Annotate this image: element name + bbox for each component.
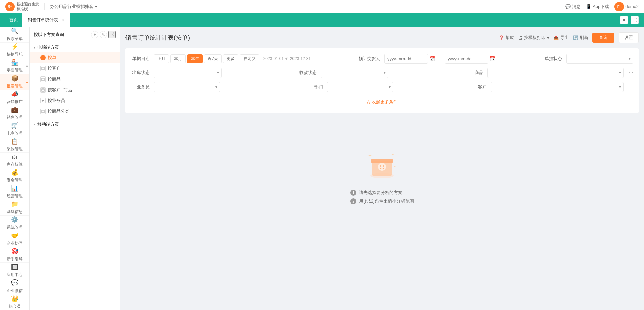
sidebar-item-apps[interactable]: 🔲 应用中心 <box>0 263 29 278</box>
tab-home[interactable]: 首页 <box>5 13 22 27</box>
tab-close-icon[interactable]: × <box>62 17 65 23</box>
left-panel: 按以下方案查询 + ✎ 《 ▾ 电脑端方案 按单 按客户 <box>30 27 120 310</box>
expected-date-from[interactable] <box>384 54 428 64</box>
svg-rect-6 <box>42 100 44 101</box>
sidebar-item-member[interactable]: 👑 畅会员 <box>0 294 29 310</box>
pc-scheme-parent[interactable]: ▾ 电脑端方案 <box>30 42 120 52</box>
scheme-customer-icon <box>40 66 46 71</box>
message-icon: 💬 <box>565 4 571 9</box>
payment-label: 收款状态 <box>298 70 317 76</box>
dept-select[interactable] <box>327 82 393 92</box>
tab-active[interactable]: 销售订单统计表 × <box>22 13 70 27</box>
sidebar-item-quick-nav[interactable]: ⚡ 快捷导航 <box>0 43 29 58</box>
empty-steps: 1 请先选择要分析的方案 2 用[过滤]条件来缩小分析范围 <box>350 190 414 204</box>
svg-rect-8 <box>42 101 43 102</box>
help-btn[interactable]: ❓ 帮助 <box>499 35 514 41</box>
print-btn[interactable]: 🖨 按模板打印 ▾ <box>518 35 549 41</box>
refresh-btn[interactable]: 🔄 刷新 <box>573 35 588 41</box>
collapse-panel-btn[interactable]: 《 <box>108 31 116 38</box>
collapse-filter-btn[interactable]: ⋀ 收起更多条件 <box>131 96 633 108</box>
query-btn[interactable]: 查询 <box>592 33 614 43</box>
doc-status-select[interactable] <box>566 54 633 64</box>
tree-expand-icon: ▾ <box>34 46 35 49</box>
workspace-selector[interactable]: 办公用品行业模拟账套 ▾ <box>50 4 97 10</box>
date-btn-custom[interactable]: 自定义 <box>240 54 259 63</box>
svg-point-17 <box>383 165 384 167</box>
empty-state: ✦ ✦ ✦ 1 请先选择要分析的方案 2 用[过滤]条件来缩小分析范围 <box>125 117 639 231</box>
logo-icon: 好 <box>5 2 15 11</box>
sidebar-item-basic[interactable]: 📁 基础信息 <box>0 200 29 216</box>
customer-more-icon[interactable]: ··· <box>629 84 633 90</box>
step-num-2: 2 <box>350 198 356 204</box>
divider <box>44 3 45 10</box>
dept-label: 部门 <box>304 84 323 90</box>
sidebar-item-sales[interactable]: 💼 销售管理 <box>0 105 29 121</box>
calendar-icon-to[interactable]: 📅 <box>490 56 495 61</box>
message-btn[interactable]: 💬 消息 <box>565 4 581 10</box>
filter-card: 单据日期 上月 本月 本年 近7天 更多 自定义 2023-01-01 至 20… <box>125 48 639 113</box>
sidebar-item-finance[interactable]: 💰 资金管理 <box>0 168 29 184</box>
edit-scheme-btn[interactable]: ✎ <box>100 31 107 38</box>
svg-text:✦: ✦ <box>368 153 372 158</box>
product-more-icon[interactable]: ··· <box>629 70 633 76</box>
sidebar-item-search-menu[interactable]: 🔍 搜索菜单 <box>0 27 29 43</box>
apps-icon: 🔲 <box>11 263 18 271</box>
sidebar-item-system[interactable]: ⚙️ 系统管理 <box>0 216 29 231</box>
app-download-btn[interactable]: 📱 App下载 <box>586 4 609 10</box>
product-input[interactable] <box>487 68 624 78</box>
user-area[interactable]: Ea demo2 <box>614 2 639 11</box>
payment-select[interactable] <box>321 68 389 78</box>
svg-point-16 <box>380 165 381 167</box>
sidebar-item-guide[interactable]: 🎯 新手引导 <box>0 247 29 263</box>
customer-input[interactable] <box>491 82 624 92</box>
scheme-by-salesperson[interactable]: 按业务员 <box>30 95 120 106</box>
sidebar-item-purchase[interactable]: 📋 采购管理 <box>0 137 29 153</box>
scheme-by-order[interactable]: 按单 <box>30 52 120 63</box>
main-page: 销售订单统计计表(按单) ❓ 帮助 🖨 按模板打印 ▾ 📤 导出 🔄 刷新 <box>120 27 644 310</box>
window-maximize-btn[interactable]: ⛶ <box>631 16 639 24</box>
date-btn-7days[interactable]: 近7天 <box>204 54 222 63</box>
sidebar-item-wholesale[interactable]: 📦 批发管理 ▴ <box>0 74 29 90</box>
retail-arrow-icon: ▾ <box>26 64 28 68</box>
salesperson-label: 业务员 <box>131 84 150 90</box>
window-close-btn[interactable]: × <box>620 16 628 24</box>
mobile-scheme-section: ▸ 移动端方案 <box>30 118 120 131</box>
dept-select-wrap <box>327 82 393 92</box>
quick-nav-icon: ⚡ <box>11 43 18 50</box>
inventory-icon: 🗂 <box>12 153 18 160</box>
export-btn[interactable]: 📤 导出 <box>553 35 569 41</box>
svg-rect-4 <box>42 89 44 91</box>
sidebar-item-enterprise[interactable]: 🤝 企业协同 <box>0 231 29 247</box>
svg-rect-0 <box>42 67 44 70</box>
sidebar-item-marketing[interactable]: 📣 营销推广 <box>0 90 29 106</box>
date-group: 上月 本月 本年 近7天 更多 自定义 <box>154 54 259 63</box>
sidebar-item-retail[interactable]: 🏪 零售管理 ▾ <box>0 58 29 74</box>
mobile-scheme-parent[interactable]: ▸ 移动端方案 <box>30 119 120 130</box>
svg-text:✦: ✦ <box>391 153 394 156</box>
salesperson-input[interactable] <box>154 82 220 92</box>
date-btn-this-year[interactable]: 本年 <box>187 54 203 63</box>
sidebar-item-inventory[interactable]: 🗂 库存核算 <box>0 153 29 168</box>
delivery-select[interactable] <box>154 68 222 78</box>
system-icon: ⚙️ <box>11 216 18 223</box>
sidebar: 🔍 搜索菜单 ⚡ 快捷导航 🏪 零售管理 ▾ 📦 批发管理 ▴ 📣 营销推广 💼… <box>0 27 30 310</box>
scheme-by-category[interactable]: 按商品分类 <box>30 106 120 117</box>
scheme-by-customer[interactable]: 按客户 <box>30 63 120 74</box>
svg-rect-2 <box>42 78 44 81</box>
sidebar-item-operation[interactable]: 📊 经营管理 <box>0 184 29 200</box>
add-scheme-btn[interactable]: + <box>91 31 98 38</box>
refresh-icon: 🔄 <box>573 35 578 40</box>
logo-area[interactable]: 好 畅捷通好生意 标准版 <box>5 2 39 11</box>
calendar-icon-from[interactable]: 📅 <box>429 56 435 61</box>
delivery-label: 出库状态 <box>131 70 150 76</box>
expected-date-to[interactable] <box>445 54 488 64</box>
sidebar-item-wechat[interactable]: 💬 企业微信 <box>0 278 29 294</box>
date-btn-last-month[interactable]: 上月 <box>154 54 169 63</box>
date-btn-this-month[interactable]: 本月 <box>170 54 186 63</box>
sidebar-item-ecommerce[interactable]: 🛒 电商管理 <box>0 121 29 137</box>
settings-btn[interactable]: 设置 <box>619 32 639 43</box>
salesperson-more-icon[interactable]: ··· <box>225 84 230 90</box>
scheme-by-cust-prod[interactable]: 按客户+商品 <box>30 85 120 95</box>
date-btn-more[interactable]: 更多 <box>223 54 238 63</box>
scheme-by-product[interactable]: 按商品 <box>30 74 120 85</box>
